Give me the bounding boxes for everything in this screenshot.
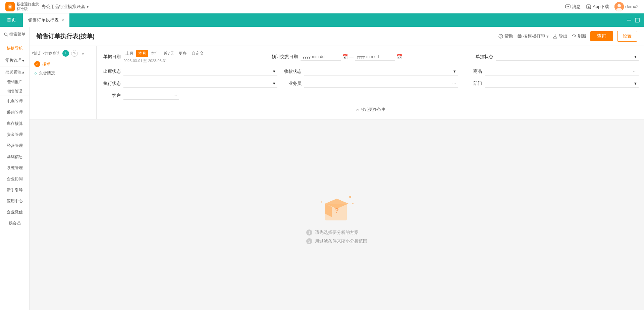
scheme-header: 按以下方案查询 + ✎ « [32, 50, 94, 57]
scheme-item-按单[interactable]: ✓ 按单 [32, 59, 94, 69]
message-icon [565, 4, 571, 9]
single-date-label: 单据日期 [102, 54, 121, 60]
app-download-button[interactable]: App下载 [586, 4, 609, 10]
sidebar-item-finance[interactable]: 资金管理 [0, 129, 29, 140]
customer-select[interactable]: ··· [123, 92, 179, 100]
sidebar-item-retail-section: 零售管理 ▾ [0, 55, 29, 66]
empty-tip-1: 1 请先选择要分析的方案 [306, 229, 367, 236]
username: demo2 [625, 4, 639, 9]
customer-ellipsis-icon[interactable]: ··· [173, 93, 177, 98]
expected-delivery-date-range: 📅 — 📅 [301, 53, 469, 61]
edit-scheme-button[interactable]: ✎ [71, 50, 78, 57]
salesperson-ellipsis-icon[interactable]: ··· [452, 81, 456, 86]
add-scheme-button[interactable]: + [62, 50, 69, 57]
refresh-button[interactable]: 刷新 [572, 33, 586, 39]
help-icon: ? [498, 34, 503, 39]
filter-row-2: 出库状态 ▾ 收款状态 ▾ [102, 67, 639, 75]
tab-label: 销售订单执行表 [28, 17, 59, 23]
sidebar-sub-item-sales[interactable]: 销售管理 [0, 87, 29, 96]
salesperson-label: 业务员 [283, 81, 302, 87]
sidebar-sub-item-marketing[interactable]: 营销推广 [0, 78, 29, 87]
expected-delivery-start-input[interactable] [301, 53, 341, 61]
calendar-start-icon[interactable]: 📅 [342, 54, 348, 59]
tab-sales-order-execution[interactable]: 销售订单执行表 × [23, 13, 69, 27]
content-area: 销售订单执行表(按单) ? 帮助 按模板打印 ▾ [30, 27, 644, 310]
sidebar-item-operations[interactable]: 经营管理 [0, 140, 29, 151]
sub-scheme-icon: ○ [34, 71, 37, 76]
sidebar-item-basic[interactable]: 基础信息 [0, 151, 29, 162]
collapse-more-conditions-button[interactable]: 收起更多条件 [102, 104, 639, 115]
single-status-label: 单据状态 [474, 54, 493, 60]
sidebar-item-retail[interactable]: 零售管理 ▾ [0, 55, 29, 66]
goods-select[interactable]: ··· [485, 67, 639, 75]
app-selector-chevron: ▾ [87, 4, 89, 9]
sidebar-item-wechat[interactable]: 企业微信 [0, 207, 29, 218]
top-bar-left: 畅捷通好生意 标准版 办公用品行业模拟账套 ▾ [5, 2, 89, 11]
goods-label: 商品 [463, 68, 482, 74]
query-button[interactable]: 查询 [590, 31, 613, 41]
tip-2-number: 2 [306, 238, 312, 244]
tab-minimize-button[interactable] [627, 17, 632, 23]
sidebar-search-area: 搜索菜单 [0, 27, 29, 42]
execution-status-field: 执行状态 ▾ [102, 80, 277, 88]
sidebar-item-ecommerce[interactable]: 电商管理 [0, 96, 29, 107]
app-selector[interactable]: 办公用品行业模拟账套 ▾ [42, 4, 89, 10]
execution-status-select[interactable]: ▾ [123, 80, 277, 88]
svg-point-8 [4, 33, 7, 36]
sidebar-item-apps[interactable]: 应用中心 [0, 196, 29, 207]
sidebar-item-newbie[interactable]: 新手引导 [0, 185, 29, 196]
date-tab-this-year[interactable]: 本年 [149, 50, 161, 57]
scheme-label: 按以下方案查询 [32, 51, 60, 56]
date-tab-more[interactable]: 更多 [177, 50, 189, 57]
help-button[interactable]: ? 帮助 [498, 33, 513, 39]
scheme-item-欠货情况[interactable]: ○ 欠货情况 [32, 69, 94, 78]
tab-bar-actions [627, 17, 644, 23]
refresh-icon [572, 34, 576, 39]
user-menu[interactable]: demo2 [614, 2, 639, 11]
sidebar-item-system[interactable]: 系统管理 [0, 162, 29, 173]
tab-close-button[interactable]: × [61, 17, 64, 23]
export-button[interactable]: 导出 [553, 33, 568, 39]
collection-status-select[interactable]: ▾ [304, 67, 458, 75]
search-menu-button[interactable]: 搜索菜单 [3, 30, 26, 39]
svg-rect-7 [635, 18, 639, 22]
tab-maximize-button[interactable] [635, 17, 640, 23]
quick-nav-label[interactable]: 快捷导航 [0, 44, 29, 53]
date-tab-custom[interactable]: 自定义 [190, 50, 206, 57]
message-button[interactable]: 消息 [565, 4, 581, 10]
tab-home[interactable]: 首页 [0, 13, 23, 27]
calendar-end-icon[interactable]: 📅 [396, 54, 402, 59]
sidebar-item-purchase[interactable]: 采购管理 [0, 107, 29, 118]
execution-status-chevron-icon: ▾ [273, 81, 275, 86]
date-tab-last-7-days[interactable]: 近7天 [162, 50, 176, 57]
sidebar-item-inventory[interactable]: 库存核算 [0, 118, 29, 129]
date-tab-this-month[interactable]: 本月 [136, 50, 148, 57]
sidebar-quick-nav: 快捷导航 [0, 42, 29, 55]
download-icon [586, 4, 591, 9]
empty-state: ? 1 请先选择要分析的方案 2 用过滤条件来缩小分析范围 [30, 119, 644, 310]
print-button[interactable]: 按模板打印 ▾ [517, 33, 549, 39]
avatar [614, 2, 624, 11]
date-tab-last-month[interactable]: 上月 [123, 50, 136, 57]
settings-button[interactable]: 设置 [617, 31, 637, 42]
sidebar-item-member[interactable]: 畅会员 [0, 218, 29, 229]
salesperson-select[interactable]: ··· [304, 80, 458, 88]
goods-field: 商品 ··· [463, 67, 639, 75]
sidebar: 搜索菜单 快捷导航 零售管理 ▾ 批发管理 ▴ 营销推广 销售管理 电商管理 采… [0, 27, 30, 310]
expected-delivery-end-input[interactable] [355, 53, 395, 61]
outbound-status-field: 出库状态 ▾ [102, 67, 277, 75]
department-chevron-icon: ▾ [634, 81, 637, 86]
svg-rect-6 [627, 20, 631, 20]
collapse-scheme-button[interactable]: « [80, 50, 87, 57]
outbound-status-select[interactable]: ▾ [123, 67, 277, 75]
department-select[interactable]: ▾ [485, 80, 639, 88]
sidebar-item-enterprise[interactable]: 企业协同 [0, 173, 29, 185]
page-actions: ? 帮助 按模板打印 ▾ [498, 31, 637, 42]
export-icon [553, 34, 557, 39]
page-title: 销售订单执行表(按单) [36, 32, 95, 40]
sidebar-item-wholesale[interactable]: 批发管理 ▴ [0, 66, 29, 78]
expected-delivery-label: 预计交货日期 [272, 54, 298, 60]
goods-ellipsis-icon[interactable]: ··· [633, 69, 637, 74]
single-status-select[interactable]: ▾ [496, 53, 639, 61]
message-label: 消息 [572, 4, 581, 10]
